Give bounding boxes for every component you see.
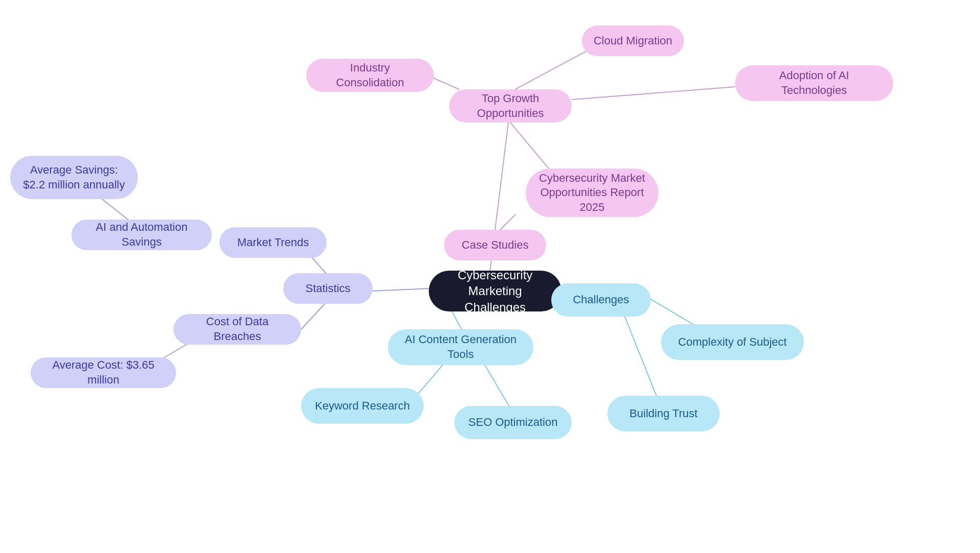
svg-line-6	[572, 87, 735, 100]
ai-automation-savings-node[interactable]: AI and Automation Savings	[71, 220, 212, 250]
statistics-label: Statistics	[305, 281, 350, 296]
center-label: Cybersecurity Marketing Challenges	[440, 267, 550, 315]
market-trends-label: Market Trends	[237, 235, 309, 250]
challenges-label: Challenges	[573, 293, 629, 307]
svg-line-15	[485, 365, 510, 408]
cloud-migration-label: Cloud Migration	[594, 34, 672, 49]
top-growth-label: Top Growth Opportunities	[460, 91, 560, 121]
cybersecurity-report-label: Cybersecurity Market Opportunities Repor…	[537, 171, 647, 215]
building-trust-label: Building Trust	[629, 406, 697, 421]
case-studies-node[interactable]: Case Studies	[444, 230, 546, 260]
svg-line-1	[370, 288, 429, 291]
industry-consolidation-label: Industry Consolidation	[317, 61, 423, 90]
keyword-research-label: Keyword Research	[315, 399, 410, 414]
market-trends-node[interactable]: Market Trends	[219, 227, 327, 258]
ai-content-tools-label: AI Content Generation Tools	[399, 332, 522, 362]
seo-optimization-node[interactable]: SEO Optimization	[454, 406, 572, 439]
ai-content-tools-node[interactable]: AI Content Generation Tools	[388, 329, 533, 365]
challenges-node[interactable]: Challenges	[551, 283, 651, 317]
adoption-ai-label: Adoption of AI Technologies	[746, 68, 882, 98]
building-trust-node[interactable]: Building Trust	[607, 396, 720, 431]
keyword-research-node[interactable]: Keyword Research	[301, 388, 424, 424]
top-growth-node[interactable]: Top Growth Opportunities	[449, 89, 572, 123]
svg-line-7	[510, 123, 549, 169]
complexity-subject-label: Complexity of Subject	[678, 335, 787, 350]
complexity-subject-node[interactable]: Complexity of Subject	[661, 324, 804, 360]
ai-automation-savings-label: AI and Automation Savings	[83, 220, 201, 249]
adoption-ai-node[interactable]: Adoption of AI Technologies	[735, 65, 893, 101]
cost-data-breaches-label: Cost of Data Breaches	[185, 315, 290, 344]
cybersecurity-report-node[interactable]: Cybersecurity Market Opportunities Repor…	[526, 169, 658, 217]
cloud-migration-node[interactable]: Cloud Migration	[582, 26, 684, 56]
center-node: Cybersecurity Marketing Challenges	[429, 271, 561, 311]
statistics-node[interactable]: Statistics	[283, 273, 373, 304]
seo-optimization-label: SEO Optimization	[469, 415, 558, 430]
industry-consolidation-node[interactable]: Industry Consolidation	[306, 59, 434, 92]
average-savings-label: Average Savings: $2.2 million annually	[21, 163, 127, 192]
average-cost-node[interactable]: Average Cost: $3.65 million	[31, 357, 176, 388]
average-savings-node[interactable]: Average Savings: $2.2 million annually	[10, 156, 138, 199]
svg-line-17	[623, 311, 658, 401]
case-studies-label: Case Studies	[462, 238, 529, 253]
cost-data-breaches-node[interactable]: Cost of Data Breaches	[174, 314, 301, 345]
average-cost-label: Average Cost: $3.65 million	[42, 358, 165, 387]
